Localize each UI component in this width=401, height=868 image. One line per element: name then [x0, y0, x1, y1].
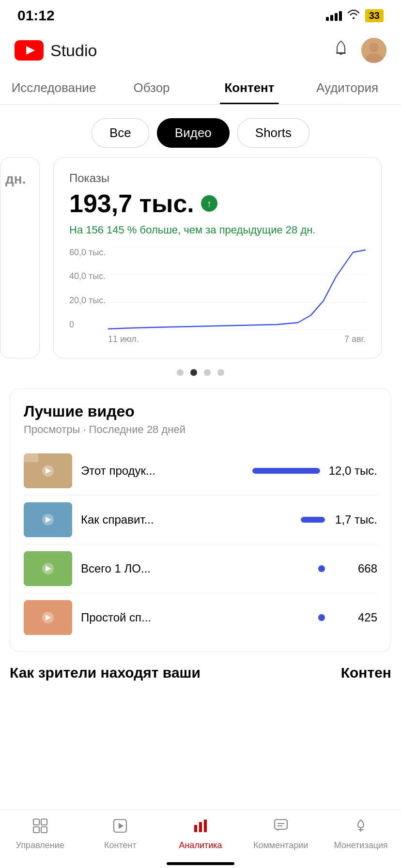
video-row-1[interactable]: Этот продук... 12,0 тыс.	[24, 447, 377, 496]
card-value-row: 193,7 тыс. ↑	[69, 189, 366, 218]
dot-4[interactable]	[217, 369, 224, 376]
app-header: Studio	[0, 29, 401, 72]
filter-all-button[interactable]: Все	[92, 118, 149, 148]
best-videos-title: Лучшие видео	[24, 403, 377, 420]
video-row-3[interactable]: Всего 1 ЛО... 668	[24, 544, 377, 593]
monetization-icon	[353, 818, 369, 837]
dot-2[interactable]	[190, 369, 197, 376]
signal-bars-icon	[326, 10, 342, 21]
metrics-cards-area: дн. Показы 193,7 тыс. ↑ На 156 145 % бол…	[0, 157, 401, 358]
nav-item-content[interactable]: Контент	[80, 810, 161, 858]
carousel-dots	[0, 358, 401, 384]
bottom-navigation: Управление Контент Аналитика	[0, 810, 401, 868]
svg-rect-31	[204, 820, 207, 832]
metrics-impressions-card: Показы 193,7 тыс. ↑ На 156 145 % больше,…	[53, 157, 382, 358]
bar-container-2	[301, 517, 325, 523]
nav-item-analytics[interactable]: Аналитика	[160, 810, 241, 858]
svg-rect-23	[33, 819, 39, 825]
dot-indicator-4	[318, 614, 325, 621]
video-bar-1	[252, 468, 320, 474]
tab-overview[interactable]: Обзор	[103, 72, 200, 104]
bar-fill-1	[252, 468, 320, 474]
status-time: 01:12	[17, 7, 55, 24]
nav-label-management: Управление	[16, 840, 64, 851]
chart-x-labels: 11 июл. 7 авг.	[108, 334, 366, 344]
video-title-1: Этот продук...	[81, 464, 244, 478]
svg-rect-26	[41, 827, 47, 833]
video-count-3: 668	[334, 562, 377, 575]
best-videos-subtitle: Просмотры · Последние 28 дней	[24, 423, 377, 436]
tab-navigation: Исследование Обзор Контент Аудитория	[0, 72, 401, 105]
svg-rect-13	[24, 453, 38, 462]
logo-area: Studio	[15, 40, 97, 61]
filter-video-button[interactable]: Видео	[157, 118, 230, 148]
youtube-logo-icon	[15, 40, 44, 61]
avatar[interactable]	[361, 38, 386, 63]
content-icon	[112, 818, 128, 837]
video-thumb-2	[24, 502, 72, 537]
video-count-4: 425	[334, 611, 377, 624]
x-label-end: 7 авг.	[344, 334, 366, 344]
video-thumb-3	[24, 551, 72, 586]
svg-rect-32	[275, 820, 287, 829]
chart-svg-wrap	[108, 248, 366, 330]
video-thumb-1	[24, 453, 72, 488]
best-videos-card: Лучшие видео Просмотры · Последние 28 дн…	[10, 388, 391, 652]
management-icon	[32, 818, 48, 837]
trend-up-icon: ↑	[201, 195, 217, 212]
tab-research[interactable]: Исследование	[5, 72, 103, 104]
wifi-icon	[347, 9, 360, 22]
studio-label: Studio	[50, 41, 97, 60]
nav-item-comments[interactable]: Комментарии	[241, 810, 321, 858]
svg-rect-2	[336, 52, 346, 54]
nav-label-content: Контент	[104, 840, 137, 851]
video-row-2[interactable]: Как справит... 1,7 тыс.	[24, 496, 377, 544]
dot-indicator-3	[318, 565, 325, 572]
x-label-start: 11 июл.	[108, 334, 139, 344]
nav-label-monetization: Монетизация	[334, 840, 388, 851]
analytics-icon	[193, 818, 208, 837]
bottom-section-title: Как зрители находят ваши	[10, 660, 331, 681]
video-count-1: 12,0 тыс.	[329, 464, 377, 478]
video-row-4[interactable]: Простой сп... 425	[24, 593, 377, 642]
home-indicator	[167, 862, 234, 865]
dot-3[interactable]	[204, 369, 211, 376]
video-bar-2	[301, 517, 325, 523]
video-dot-3	[318, 565, 325, 572]
tab-audience[interactable]: Аудитория	[298, 72, 396, 104]
y-label-40k: 40,0 тыс.	[69, 271, 106, 281]
header-actions	[332, 38, 386, 63]
y-label-20k: 20,0 тыс.	[69, 295, 106, 306]
bar-container-1	[252, 468, 320, 474]
svg-rect-24	[41, 819, 47, 825]
battery-indicator: 33	[365, 9, 384, 22]
impressions-value: 193,7 тыс.	[69, 189, 194, 218]
video-title-3: Всего 1 ЛО...	[81, 562, 309, 575]
video-dot-4	[318, 614, 325, 621]
y-label-60k: 60,0 тыс.	[69, 248, 106, 258]
nav-item-monetization[interactable]: Монетизация	[321, 810, 401, 858]
y-label-0: 0	[69, 320, 106, 330]
svg-rect-30	[199, 822, 202, 832]
filter-bar: Все Видео Shorts	[0, 105, 401, 157]
svg-rect-29	[194, 825, 197, 832]
nav-label-analytics: Аналитика	[179, 840, 222, 851]
nav-label-comments: Комментарии	[253, 840, 308, 851]
impressions-subtext: На 156 145 % больше, чем за предыдущие 2…	[69, 223, 366, 238]
notification-bell-icon[interactable]	[332, 40, 350, 61]
video-title-4: Простой сп...	[81, 611, 309, 624]
bottom-content-label: Контен	[341, 660, 391, 681]
status-bar: 01:12 33	[0, 0, 401, 29]
bar-fill-2	[301, 517, 325, 523]
svg-marker-28	[119, 823, 123, 829]
bottom-preview-section: Как зрители находят ваши	[10, 660, 331, 684]
status-icons: 33	[326, 9, 384, 22]
nav-item-management[interactable]: Управление	[0, 810, 80, 858]
svg-point-4	[369, 43, 379, 52]
video-count-2: 1,7 тыс.	[334, 513, 377, 527]
dot-1[interactable]	[177, 369, 184, 376]
filter-shorts-button[interactable]: Shorts	[237, 118, 309, 148]
card-label-impressions: Показы	[69, 171, 366, 185]
impressions-chart: 60,0 тыс. 40,0 тыс. 20,0 тыс. 0	[69, 248, 366, 344]
tab-content[interactable]: Контент	[200, 72, 298, 104]
